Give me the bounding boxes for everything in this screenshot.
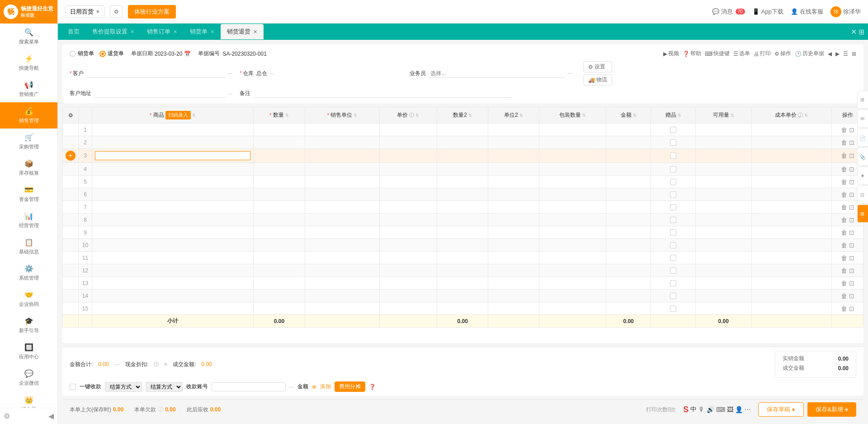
row-gift-cell[interactable] (651, 239, 696, 252)
row-amount-cell[interactable] (606, 302, 651, 315)
shortcut-btn[interactable]: ⌨ 快捷键 (705, 50, 730, 57)
tab-sales-delivery[interactable]: 销货单 ✕ (184, 24, 221, 39)
row-unit-cell[interactable] (305, 226, 379, 239)
row-pkg-cell[interactable] (539, 201, 606, 214)
row-price-cell[interactable] (379, 290, 437, 302)
close-tab-btn[interactable]: ✕ (851, 28, 857, 36)
address-input[interactable] (94, 89, 225, 98)
row-amount-cell[interactable] (606, 201, 651, 214)
image-icon[interactable]: 🖼 (727, 406, 733, 413)
history-btn[interactable]: 🕐 历史单据 (795, 50, 824, 57)
row-available-cell[interactable] (695, 252, 751, 264)
row-goods-cell[interactable] (92, 124, 254, 136)
sidebar-item-shortcut[interactable]: ⚡ 快捷导航 (0, 50, 57, 76)
row-goods-cell[interactable] (92, 226, 254, 239)
row-unit-cell[interactable] (305, 124, 379, 136)
scan-btn[interactable]: 扫码录入 (165, 111, 191, 119)
row-gift-cell[interactable] (651, 188, 696, 201)
row-pkg-cell[interactable] (539, 277, 606, 290)
customer-dots[interactable]: ··· (228, 70, 232, 76)
list-view-btn[interactable]: ☰ (843, 51, 848, 57)
delete-icon[interactable]: 🗑 (841, 242, 847, 249)
row-price-cell[interactable] (379, 176, 437, 188)
gift-checkbox[interactable] (670, 217, 676, 223)
row-amount-cell[interactable] (606, 149, 651, 163)
close-icon[interactable]: ✕ (253, 29, 257, 35)
settings-icon[interactable]: ⚙ (4, 412, 10, 420)
gift-checkbox[interactable] (670, 204, 676, 210)
row-pkg-cell[interactable] (539, 290, 606, 302)
row-unit-cell[interactable] (305, 302, 379, 315)
row-price-cell[interactable] (379, 201, 437, 214)
radio-sales[interactable]: 销货单 (70, 50, 94, 57)
panel-item-7[interactable]: ⊞ (857, 205, 868, 223)
sidebar-item-system[interactable]: ⚙️ 系统管理 (0, 260, 57, 286)
message-btn[interactable]: 💬 消息 70 (712, 8, 745, 16)
row-goods-cell[interactable] (92, 201, 254, 214)
row-price-cell[interactable] (379, 163, 437, 176)
copy-icon[interactable]: ⊡ (849, 254, 854, 262)
row-gift-cell[interactable] (651, 149, 696, 163)
sort-icon[interactable]: ⇅ (468, 113, 472, 118)
close-icon[interactable]: ✕ (210, 29, 214, 35)
row-qty-cell[interactable] (253, 226, 305, 239)
user-menu[interactable]: 徐 徐泽华 (830, 6, 861, 17)
row-amount-cell[interactable] (606, 264, 651, 277)
row-gift-cell[interactable] (651, 252, 696, 264)
copy-icon[interactable]: ⊡ (849, 267, 854, 274)
gift-checkbox[interactable] (670, 191, 676, 198)
sidebar-item-sales[interactable]: 💰 销售管理 (0, 102, 57, 129)
row-qty2-cell[interactable] (437, 290, 488, 302)
row-unit-cell[interactable] (305, 188, 379, 201)
copy-icon[interactable]: ⊡ (849, 242, 854, 249)
row-price-cell[interactable] (379, 214, 437, 226)
row-unit2-cell[interactable] (488, 277, 539, 290)
row-pkg-cell[interactable] (539, 176, 606, 188)
more-icon[interactable]: ⋯ (745, 406, 751, 413)
row-pkg-cell[interactable] (539, 149, 606, 163)
sort-icon[interactable]: ⇅ (354, 113, 357, 118)
row-qty-cell[interactable] (253, 176, 305, 188)
row-qty-cell[interactable] (253, 188, 305, 201)
row-amount-cell[interactable] (606, 163, 651, 176)
panel-item-2[interactable]: ✉ (857, 110, 868, 128)
gift-checkbox[interactable] (670, 280, 676, 286)
row-cost-cell[interactable] (751, 176, 831, 188)
row-qty-cell[interactable] (253, 201, 305, 214)
close-icon[interactable]: ✕ (173, 29, 177, 35)
row-unit2-cell[interactable] (488, 201, 539, 214)
row-available-cell[interactable] (695, 214, 751, 226)
copy-icon[interactable]: ⊡ (849, 126, 854, 133)
logistics-btn[interactable]: 🚚 物流 (583, 74, 612, 86)
row-cost-cell[interactable] (751, 136, 831, 149)
copy-icon[interactable]: ⊡ (849, 191, 854, 198)
copy-icon[interactable]: ⊡ (849, 305, 854, 312)
row-price-cell[interactable] (379, 188, 437, 201)
sidebar-item-search[interactable]: 🔍 搜索菜单 (0, 24, 57, 50)
address-dots[interactable]: ··· (228, 91, 232, 97)
nav-next-btn[interactable]: ▶ (835, 51, 840, 57)
row-cost-cell[interactable] (751, 188, 831, 201)
row-amount-cell[interactable] (606, 290, 651, 302)
row-cost-cell[interactable] (751, 226, 831, 239)
grid-view-btn[interactable]: ⊞ (852, 51, 856, 57)
row-gift-cell[interactable] (651, 214, 696, 226)
radio-return[interactable]: 退货单 (99, 50, 124, 57)
cost-info-icon[interactable]: ⓘ (798, 112, 803, 119)
copy-icon[interactable]: ⊡ (849, 216, 854, 224)
staff-input[interactable] (429, 69, 565, 78)
row-goods-cell[interactable] (92, 149, 254, 163)
gift-checkbox[interactable] (670, 152, 676, 159)
select-btn[interactable]: ☰ 选单 (733, 50, 750, 57)
gift-checkbox[interactable] (670, 179, 676, 185)
row-pkg-cell[interactable] (539, 226, 606, 239)
row-cost-cell[interactable] (751, 252, 831, 264)
warehouse-dots[interactable]: ··· (270, 70, 274, 76)
row-pkg-cell[interactable] (539, 239, 606, 252)
delete-icon[interactable]: 🗑 (841, 191, 847, 198)
copy-icon[interactable]: ⊡ (849, 280, 854, 287)
row-available-cell[interactable] (695, 277, 751, 290)
row-cost-cell[interactable] (751, 290, 831, 302)
delete-icon[interactable]: 🗑 (841, 254, 847, 262)
delete-icon[interactable]: 🗑 (841, 178, 847, 186)
